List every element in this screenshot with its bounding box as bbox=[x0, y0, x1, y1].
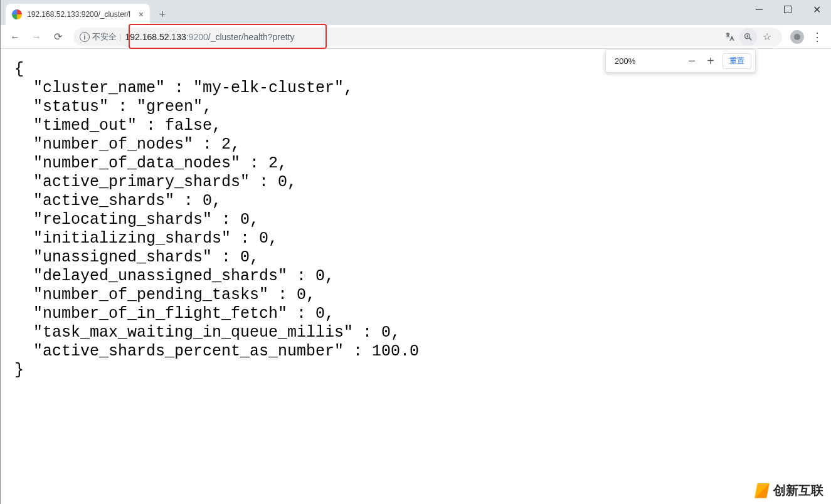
url-port: :9200 bbox=[186, 32, 208, 42]
site-security-chip[interactable]: i 不安全 | bbox=[80, 31, 125, 43]
zoom-popup: 200% − + 重置 bbox=[605, 49, 756, 73]
json-value: false bbox=[165, 117, 212, 135]
zoom-out-button[interactable]: − bbox=[682, 53, 701, 69]
json-value: 0 bbox=[240, 248, 250, 266]
zoom-reset-button[interactable]: 重置 bbox=[722, 53, 751, 69]
url-host: 192.168.52.133 bbox=[125, 32, 186, 42]
json-line: "timed_out" : false, bbox=[33, 117, 221, 135]
url-text: 192.168.52.133:9200/_cluster/health?pret… bbox=[125, 32, 294, 42]
watermark-logo-icon bbox=[754, 483, 770, 498]
tab-title: 192.168.52.133:9200/_cluster/l bbox=[27, 10, 135, 19]
json-value: 0 bbox=[315, 305, 325, 323]
json-value: 0 bbox=[315, 267, 325, 285]
json-line: "task_max_waiting_in_queue_millis" : 0, bbox=[33, 323, 400, 342]
window-close-button[interactable]: ✕ bbox=[802, 0, 831, 19]
json-line: "status" : "green", bbox=[33, 98, 212, 116]
json-value: 0 bbox=[297, 286, 306, 304]
json-value: my-elk-cluster bbox=[203, 79, 334, 97]
response-body: { "cluster_name" : "my-elk-cluster", "st… bbox=[1, 49, 831, 504]
forward-button: → bbox=[27, 28, 46, 46]
tab-close-icon[interactable]: × bbox=[135, 9, 144, 19]
json-line: "unassigned_shards" : 0, bbox=[33, 248, 259, 266]
json-value: 2 bbox=[268, 154, 278, 172]
zoom-value: 200% bbox=[610, 56, 682, 66]
json-line: "relocating_shards" : 0, bbox=[33, 211, 259, 229]
json-line: "delayed_unassigned_shards" : 0, bbox=[33, 267, 334, 285]
json-line: "active_shards_percent_as_number" : 100.… bbox=[33, 342, 419, 360]
json-line: "number_of_pending_tasks" : 0, bbox=[33, 286, 315, 304]
window-maximize-button[interactable] bbox=[773, 0, 802, 19]
json-value: 0 bbox=[240, 211, 250, 229]
bookmark-star-icon[interactable]: ☆ bbox=[758, 28, 776, 46]
translate-icon[interactable] bbox=[721, 28, 738, 46]
profile-avatar-button[interactable] bbox=[788, 28, 806, 46]
json-line: "number_of_data_nodes" : 2, bbox=[33, 154, 287, 172]
json-value: green bbox=[146, 98, 193, 116]
address-bar[interactable]: i 不安全 | 192.168.52.133:9200/_cluster/hea… bbox=[73, 28, 782, 46]
json-line: "number_of_in_flight_fetch" : 0, bbox=[33, 305, 334, 323]
security-label: 不安全 bbox=[92, 31, 117, 43]
back-button[interactable]: ← bbox=[6, 28, 24, 46]
favicon-icon bbox=[12, 9, 22, 19]
json-line: "cluster_name" : "my-elk-cluster", bbox=[33, 79, 353, 97]
window-minimize-button[interactable] bbox=[744, 0, 773, 19]
zoom-in-button[interactable]: + bbox=[701, 53, 720, 69]
json-line: "initializing_shards" : 0, bbox=[33, 229, 278, 248]
json-value: 0 bbox=[203, 192, 212, 210]
json-line: "active_primary_shards" : 0, bbox=[33, 173, 297, 191]
overflow-menu-button[interactable]: ⋮ bbox=[808, 28, 826, 46]
json-value: 0 bbox=[259, 229, 268, 248]
toolbar: ← → ⟳ i 不安全 | 192.168.52.133:9200/_clust… bbox=[1, 25, 831, 49]
info-icon: i bbox=[80, 32, 90, 42]
new-tab-button[interactable]: + bbox=[154, 6, 171, 23]
json-value: 2 bbox=[221, 135, 231, 154]
watermark-text: 创新互联 bbox=[773, 482, 823, 499]
window-controls: ✕ bbox=[744, 0, 831, 25]
avatar-icon bbox=[790, 30, 804, 44]
svg-line-1 bbox=[749, 38, 751, 40]
watermark: 创新互联 bbox=[754, 482, 823, 499]
browser-tab[interactable]: 192.168.52.133:9200/_cluster/l × bbox=[6, 4, 150, 25]
zoom-icon[interactable] bbox=[739, 28, 757, 46]
json-line: "active_shards" : 0, bbox=[33, 192, 221, 210]
json-value: 0 bbox=[278, 173, 287, 191]
reload-button[interactable]: ⟳ bbox=[48, 28, 67, 46]
json-value: 100.0 bbox=[372, 342, 419, 360]
titlebar: 192.168.52.133:9200/_cluster/l × + ✕ bbox=[1, 0, 831, 25]
json-line: "number_of_nodes" : 2, bbox=[33, 135, 240, 154]
json-value: 0 bbox=[381, 323, 391, 342]
url-path: /_cluster/health?pretty bbox=[208, 32, 295, 42]
